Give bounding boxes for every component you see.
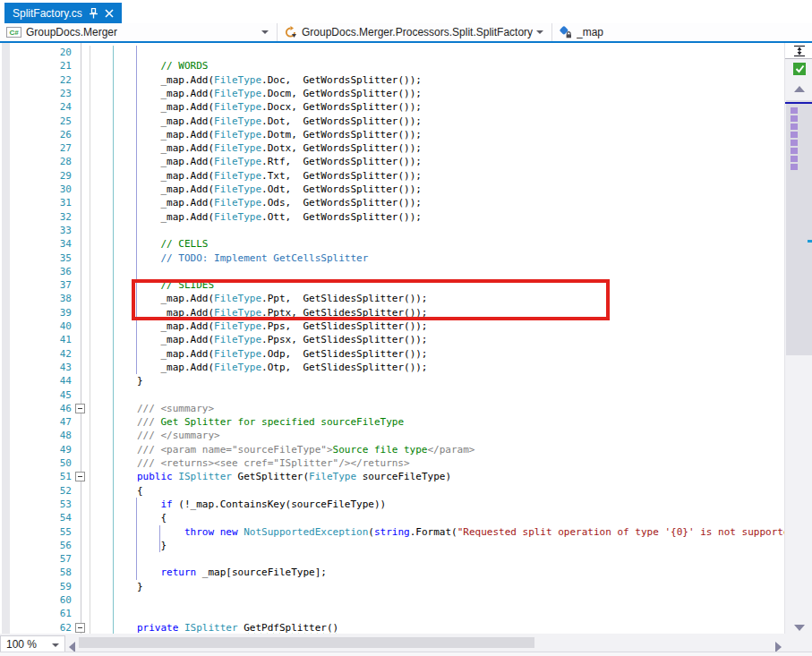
line-number: 47 bbox=[0, 415, 72, 429]
code-line[interactable]: 24 _map.Add(FileType.Docx, GetWordsSplit… bbox=[0, 100, 784, 114]
horizontal-scrollbar-thumb[interactable] bbox=[79, 637, 534, 648]
code-text: return _map[sourceFileType]; bbox=[90, 566, 327, 579]
code-text: _map.Add(FileType.Pps, GetSlidesSplitter… bbox=[90, 319, 428, 333]
split-window-handle[interactable] bbox=[785, 43, 812, 59]
code-line[interactable]: 21 // WORDS bbox=[0, 59, 784, 72]
zoom-selector[interactable]: 100 % bbox=[0, 635, 65, 653]
fold-collapse-box[interactable] bbox=[75, 472, 85, 481]
line-number: 54 bbox=[0, 511, 72, 524]
editor-bottom-bar: 100 % bbox=[0, 634, 812, 656]
code-line[interactable]: 45 bbox=[0, 388, 784, 402]
code-line[interactable]: 35 // TODO: Implement GetCellsSplitter bbox=[0, 251, 784, 265]
code-line[interactable]: 39 _map.Add(FileType.Pptx, GetSlidesSpli… bbox=[0, 306, 784, 319]
navigation-bar: C# GroupDocs.Merger GroupDocs.Merger.Pro… bbox=[0, 23, 812, 43]
line-number: 20 bbox=[0, 46, 72, 59]
code-line[interactable]: 27 _map.Add(FileType.Dotx, GetWordsSplit… bbox=[0, 141, 784, 155]
code-line[interactable]: 29 _map.Add(FileType.Txt, GetWordsSplitt… bbox=[0, 169, 784, 183]
code-line[interactable]: 57 bbox=[0, 552, 784, 566]
code-line[interactable]: 33 bbox=[0, 224, 784, 237]
scrollbar-corner bbox=[784, 634, 812, 652]
fold-collapse-box[interactable] bbox=[75, 404, 85, 413]
code-text: // SLIDES bbox=[90, 278, 214, 292]
code-line[interactable]: 20 bbox=[0, 46, 784, 59]
scroll-down-arrow[interactable] bbox=[794, 625, 805, 631]
code-line[interactable]: 42 _map.Add(FileType.Odp, GetSlidesSplit… bbox=[0, 347, 784, 361]
code-line[interactable]: 60 bbox=[0, 593, 784, 607]
green-check-icon[interactable] bbox=[793, 63, 806, 75]
splitter-icon bbox=[792, 45, 807, 57]
code-line[interactable]: 48 /// </summary> bbox=[0, 429, 784, 442]
code-text: _map.Add(FileType.Doc, GetWordsSplitter(… bbox=[90, 73, 422, 87]
scroll-up-arrow[interactable] bbox=[794, 86, 805, 92]
line-number: 22 bbox=[0, 73, 72, 87]
code-line[interactable]: 47 /// Get Splitter for specified source… bbox=[0, 415, 784, 429]
code-text: { bbox=[90, 484, 143, 498]
project-dropdown[interactable]: C# GroupDocs.Merger bbox=[0, 23, 278, 41]
code-text: /// </summary> bbox=[90, 429, 220, 442]
code-line[interactable]: 26 _map.Add(FileType.Dotm, GetWordsSplit… bbox=[0, 128, 784, 141]
private-field-icon bbox=[559, 26, 572, 38]
line-number: 27 bbox=[0, 141, 72, 155]
code-line[interactable]: 55 throw new NotSupportedException(strin… bbox=[0, 525, 784, 539]
line-number: 41 bbox=[0, 333, 72, 346]
line-number: 26 bbox=[0, 128, 72, 141]
chevron-down-icon bbox=[52, 643, 59, 647]
code-line[interactable]: 62 private ISplitter GetPdfSplitter() bbox=[0, 621, 784, 635]
code-line[interactable]: 40 _map.Add(FileType.Pps, GetSlidesSplit… bbox=[0, 319, 784, 333]
line-number: 40 bbox=[0, 319, 72, 333]
scrollbar-purple-mark bbox=[791, 164, 798, 170]
code-line[interactable]: 61 bbox=[0, 607, 784, 620]
line-number: 46 bbox=[0, 402, 72, 415]
pin-icon[interactable] bbox=[89, 8, 98, 19]
code-line[interactable]: 59 } bbox=[0, 580, 784, 593]
code-line[interactable]: 51 public ISplitter GetSplitter(FileType… bbox=[0, 470, 784, 483]
close-icon[interactable] bbox=[105, 9, 114, 18]
type-dropdown[interactable]: GroupDocs.Merger.Processors.Split.SplitF… bbox=[278, 23, 552, 41]
code-line[interactable]: 23 _map.Add(FileType.Docm, GetWordsSplit… bbox=[0, 87, 784, 100]
code-line[interactable]: 38 _map.Add(FileType.Ppt, GetSlidesSplit… bbox=[0, 292, 784, 305]
fold-collapse-box[interactable] bbox=[75, 623, 85, 633]
code-line[interactable]: 25 _map.Add(FileType.Dot, GetWordsSplitt… bbox=[0, 115, 784, 128]
code-line[interactable]: 30 _map.Add(FileType.Odt, GetWordsSplitt… bbox=[0, 183, 784, 196]
code-editor[interactable]: 2021 // WORDS22 _map.Add(FileType.Doc, G… bbox=[0, 43, 784, 635]
code-line[interactable]: 34 // CELLS bbox=[0, 237, 784, 251]
code-line[interactable]: 54 { bbox=[0, 511, 784, 524]
code-text: // TODO: Implement GetCellsSplitter bbox=[90, 251, 368, 265]
code-line[interactable]: 32 _map.Add(FileType.Ott, GetWordsSplitt… bbox=[0, 210, 784, 224]
code-text: _map.Add(FileType.Txt, GetWordsSplitter(… bbox=[90, 169, 422, 183]
tab-title: SplitFactory.cs bbox=[13, 7, 82, 20]
member-dropdown[interactable]: _map bbox=[552, 23, 812, 41]
scrollbar-purple-mark bbox=[791, 115, 798, 122]
code-line[interactable]: 31 _map.Add(FileType.Ods, GetWordsSplitt… bbox=[0, 196, 784, 209]
class-icon bbox=[284, 26, 297, 38]
scrollbar-purple-mark bbox=[791, 124, 798, 130]
code-line[interactable]: 36 bbox=[0, 265, 784, 278]
code-line[interactable]: 56 } bbox=[0, 539, 784, 552]
code-line[interactable]: 49 /// <param name="sourceFileType">Sour… bbox=[0, 443, 784, 456]
code-line[interactable]: 58 return _map[sourceFileType]; bbox=[0, 566, 784, 579]
code-text: } bbox=[90, 580, 143, 593]
document-tab[interactable]: SplitFactory.cs bbox=[4, 3, 122, 23]
code-text: _map.Add(FileType.Odt, GetWordsSplitter(… bbox=[90, 183, 422, 196]
code-line[interactable]: 53 if (!_map.ContainsKey(sourceFileType)… bbox=[0, 498, 784, 511]
code-line[interactable]: 52 { bbox=[0, 484, 784, 498]
code-line[interactable]: 41 _map.Add(FileType.Ppsx, GetSlidesSpli… bbox=[0, 333, 784, 346]
code-text: _map.Add(FileType.Docx, GetWordsSplitter… bbox=[90, 100, 422, 114]
code-line[interactable]: 50 /// <returns><see cref="ISplitter"/><… bbox=[0, 456, 784, 470]
code-line[interactable]: 22 _map.Add(FileType.Doc, GetWordsSplitt… bbox=[0, 73, 784, 87]
code-text: _map.Add(FileType.Pptx, GetSlidesSplitte… bbox=[90, 306, 428, 319]
code-line[interactable]: 37 // SLIDES bbox=[0, 278, 784, 292]
code-line[interactable]: 46 /// <summary> bbox=[0, 402, 784, 415]
code-line[interactable]: 44 } bbox=[0, 374, 784, 388]
code-rows[interactable]: 2021 // WORDS22 _map.Add(FileType.Doc, G… bbox=[0, 43, 784, 635]
line-number: 60 bbox=[0, 593, 72, 607]
caret-position-marker bbox=[785, 102, 812, 104]
scrollbar-purple-mark bbox=[791, 148, 798, 154]
chevron-down-icon bbox=[536, 30, 543, 34]
line-number: 51 bbox=[0, 470, 72, 483]
code-line[interactable]: 28 _map.Add(FileType.Rtf, GetWordsSplitt… bbox=[0, 155, 784, 168]
line-number: 33 bbox=[0, 224, 72, 237]
code-line[interactable]: 43 _map.Add(FileType.Otp, GetSlidesSplit… bbox=[0, 361, 784, 374]
line-number: 59 bbox=[0, 580, 72, 593]
vertical-scrollbar[interactable] bbox=[784, 43, 812, 635]
